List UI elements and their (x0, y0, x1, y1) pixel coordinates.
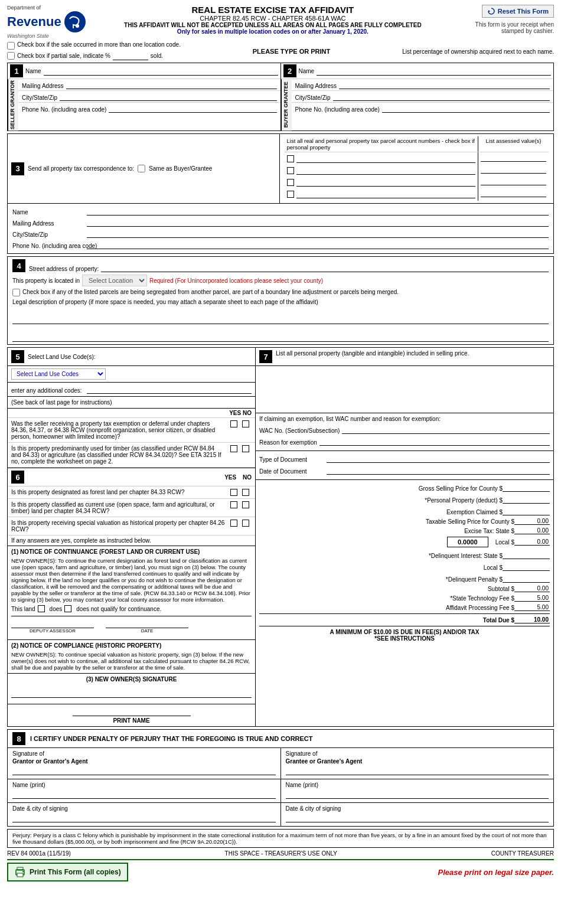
form-title: REAL ESTATE EXCISE TAX AFFIDAVIT (92, 5, 454, 15)
s6q3-no[interactable] (242, 520, 249, 527)
treasurer-space: THIS SPACE - TREASURER'S USE ONLY (225, 850, 337, 857)
print-icon (14, 866, 26, 878)
yes-label-6: YES (224, 474, 236, 481)
date-label: DATE (106, 628, 188, 634)
revenue-logo: Revenue (7, 15, 61, 28)
section3-same-checkbox[interactable] (138, 165, 145, 172)
check-location-label: Check box if the sale occurred in more t… (7, 41, 181, 50)
state-tech-amount: 5.00 (514, 595, 550, 602)
land-does-checkbox[interactable] (38, 605, 45, 612)
form-warning: THIS AFFIDAVIT WILL NOT BE ACCEPTED UNLE… (92, 22, 454, 28)
section4-location-in: This property is located in (12, 277, 80, 284)
section4-street-label: Street address of property: (29, 266, 99, 272)
section8-number: 8 (12, 732, 25, 745)
partial-sale-checkbox[interactable] (7, 52, 15, 60)
date1-label: Date & city of signing (12, 805, 276, 812)
section5-q1: Was the seller receiving a property tax … (11, 420, 226, 440)
section2-name-label: Name (299, 68, 315, 74)
s5q1-yes[interactable] (230, 420, 237, 427)
section1-name-label: Name (25, 68, 41, 74)
location-select[interactable]: Select Location (82, 275, 147, 286)
form-subtitle: CHAPTER 82.45 RCW - CHAPTER 458-61A WAC (92, 15, 454, 22)
s5q1-no[interactable] (242, 420, 249, 427)
gross-label: Gross Selling Price for County $ (259, 485, 503, 492)
section6-q1: Is this property designated as forest la… (11, 489, 226, 495)
sig1-sublabel: Grantor or Grantor's Agent (12, 758, 276, 765)
new-owner-title: (3) NEW OWNER(S) SIGNATURE (11, 676, 252, 683)
date2-label: Date & city of signing (286, 805, 549, 812)
parcel-checkbox-4[interactable] (287, 191, 294, 198)
svg-point-0 (64, 11, 86, 32)
historic-title: (2) NOTICE OF COMPLIANCE (HISTORIC PROPE… (11, 642, 252, 649)
s5q2-yes[interactable] (230, 445, 237, 452)
county-treasurer: COUNTY TREASURER (491, 850, 554, 857)
continuance-text: NEW OWNER(S): To continue the current de… (11, 557, 252, 603)
state-label: Washington State (7, 33, 49, 39)
deputy-label: DEPUTY ASSESSOR (11, 628, 94, 634)
see-instructions: *SEE INSTRUCTIONS (262, 635, 547, 642)
section5-label: Select Land Use Code(s): (28, 354, 96, 360)
reset-label: Reset This Form (498, 8, 549, 15)
section7-number: 7 (259, 350, 272, 363)
s6q1-no[interactable] (242, 489, 249, 496)
section6-if-yes: If any answers are yes, complete as inst… (8, 535, 255, 546)
section3-mailing-label: Mailing Address (12, 220, 83, 227)
s6q2-no[interactable] (242, 501, 249, 508)
section6-number: 6 (11, 471, 24, 484)
sig2-sublabel: Grantee or Grantee's Agent (286, 758, 549, 765)
continuance-title: (1) NOTICE OF CONTINUANCE (FOREST LAND O… (11, 548, 252, 555)
seller-mailing-label: Mailing Address (22, 83, 64, 89)
land-does-not-checkbox[interactable] (64, 605, 71, 612)
section6-q3: Is this property receiving special valua… (11, 520, 226, 533)
section6-q2: Is this property classified as current u… (11, 501, 226, 514)
affidavit-label: Affidavit Processing Fee $ (259, 605, 514, 611)
delinquent-state-label: *Delinquent Interest: State $ (259, 553, 503, 559)
section3-same-label: Same as Buyer/Grantee (149, 165, 212, 172)
sold-label: sold. (151, 53, 163, 59)
s6q2-yes[interactable] (230, 501, 237, 508)
excise-state-amount: 0.00 (514, 527, 550, 534)
name2-label: Name (print) (286, 782, 549, 788)
legal-paper-note: Please print on legal size paper. (438, 868, 554, 877)
s6q1-yes[interactable] (230, 489, 237, 496)
section3-city-label: City/State/Zip (12, 231, 83, 238)
location-checkbox[interactable] (7, 42, 15, 50)
print-form-button[interactable]: Print This Form (all copies) (7, 863, 128, 881)
add-codes-label: enter any additional codes: (11, 387, 82, 394)
perjury-note: Perjury: Perjury is a class C felony whi… (7, 829, 554, 848)
parcel-segregate-checkbox[interactable] (12, 289, 20, 296)
svg-point-6 (22, 871, 24, 872)
personal-label: *Personal Property (deduct) $ (259, 497, 503, 504)
subtotal-label: Subtotal $ (259, 586, 514, 592)
historic-text: NEW OWNER(S): To continue special valuat… (11, 651, 252, 671)
back-note: (See back of last page for instructions) (8, 397, 255, 409)
section8-certify: I CERTIFY UNDER PENALTY OF PERJURY THAT … (30, 735, 313, 742)
s6q3-yes[interactable] (230, 520, 237, 527)
parcel-checkbox-3[interactable] (287, 179, 294, 186)
parcel-check-label: Check box if any of the listed parcels a… (22, 289, 399, 295)
buyer-phone-label: Phone No. (including area code) (295, 106, 380, 113)
svg-rect-4 (17, 873, 23, 877)
no-label-5: NO (243, 410, 252, 416)
reset-button[interactable]: Reset This Form (482, 5, 554, 18)
sig1-label: Signature of (12, 750, 276, 757)
please-print: PLEASE TYPE OR PRINT (253, 48, 330, 55)
date-note: Only for sales in multiple location code… (92, 28, 454, 35)
no-label-6: NO (243, 474, 252, 481)
rev-number: REV 84 0001a (11/5/19) (7, 850, 71, 857)
section2-number: 2 (283, 64, 296, 77)
land-use-select[interactable]: Select Land Use Codes (11, 368, 106, 380)
excise-state-label: Excise Tax: State $ (259, 528, 514, 534)
taxable-label: Taxable Selling Price for County $ (259, 518, 514, 525)
revenue-logo-icon (64, 11, 86, 33)
section5-number: 5 (11, 350, 24, 363)
buyer-label: BUYER GRANTEE (281, 79, 292, 130)
parcel-checkbox-1[interactable] (287, 155, 294, 162)
partial-sale-input[interactable] (113, 51, 148, 60)
parcel-checkbox-2[interactable] (287, 167, 294, 174)
print-btn-label: Print This Form (all copies) (30, 868, 121, 876)
svg-point-1 (76, 24, 79, 28)
total-amount: 10.00 (514, 616, 550, 623)
section3-name-label: Name (12, 209, 83, 216)
s5q2-no[interactable] (242, 445, 249, 452)
